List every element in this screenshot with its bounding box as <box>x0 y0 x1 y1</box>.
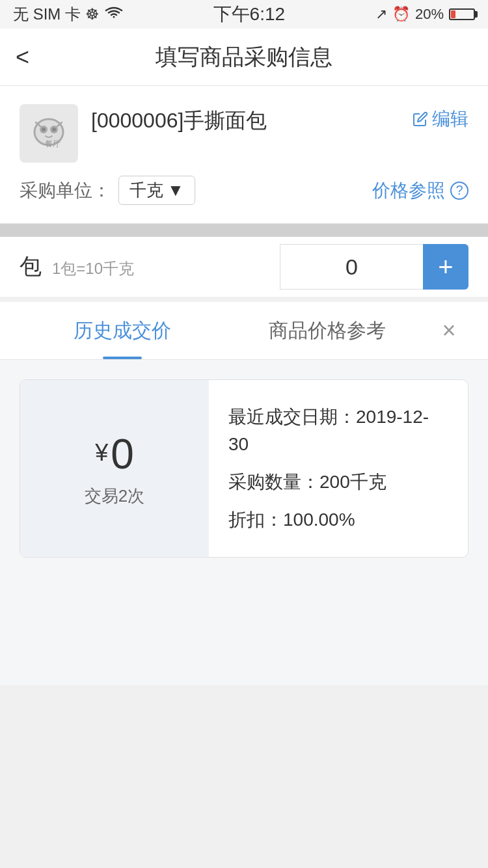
unit-selector[interactable]: 千克 ▼ <box>118 176 195 205</box>
product-name-wrap: [0000006]手撕面包 <box>91 104 267 135</box>
close-button[interactable]: × <box>429 311 468 350</box>
history-price-left: ¥ 0 交易2次 <box>20 380 209 557</box>
carrier-text: 无 SIM 卡 ☸ <box>13 4 100 25</box>
svg-text:餐厅: 餐厅 <box>45 139 61 148</box>
quantity-row: 包 1包=10千克 0 + <box>0 237 488 302</box>
history-date-row: 最近成交日期：2019-12-30 <box>228 403 448 458</box>
product-info: 餐厅 [0000006]手撕面包 <box>20 104 413 163</box>
help-icon: ? <box>450 182 468 200</box>
price-ref-button[interactable]: 价格参照 ? <box>372 178 468 203</box>
currency-symbol: ¥ <box>95 439 108 467</box>
nav-bar: < 填写商品采购信息 <box>0 29 488 86</box>
history-price-display: ¥ 0 <box>95 430 134 478</box>
svg-point-3 <box>42 128 46 131</box>
discount-value: 100.00% <box>283 509 355 530</box>
product-card: 餐厅 [0000006]手撕面包 编辑 采购单位： 千克 ▼ <box>0 86 488 224</box>
history-price-card: ¥ 0 交易2次 最近成交日期：2019-12-30 采购数量：200千克 折扣… <box>20 379 468 558</box>
status-right: ↗ ⏰ 20% <box>375 6 475 23</box>
quantity-hint: 1包=10千克 <box>52 258 134 279</box>
close-icon: × <box>442 317 455 344</box>
quantity-detail-value: 200千克 <box>319 472 386 492</box>
product-logo-icon: 餐厅 <box>29 113 68 154</box>
product-name-text: 手撕面包 <box>183 109 267 132</box>
product-name: [0000006]手撕面包 <box>91 109 267 132</box>
price-value: 0 <box>111 430 134 478</box>
unit-row: 采购单位： 千克 ▼ <box>20 176 195 205</box>
wifi-icon <box>105 5 123 23</box>
back-button[interactable]: < <box>16 44 29 71</box>
history-quantity-row: 采购数量：200千克 <box>228 468 448 496</box>
status-bar: 无 SIM 卡 ☸ 下午6:12 ↗ ⏰ 20% <box>0 0 488 29</box>
product-header: 餐厅 [0000006]手撕面包 编辑 <box>20 104 468 163</box>
svg-point-4 <box>52 128 56 131</box>
tab-price-reference[interactable]: 商品价格参考 <box>224 302 429 359</box>
status-carrier: 无 SIM 卡 ☸ <box>13 4 123 25</box>
battery-percent: 20% <box>415 6 444 23</box>
history-price-right: 最近成交日期：2019-12-30 采购数量：200千克 折扣：100.00% <box>209 380 468 557</box>
quantity-input[interactable]: 0 <box>280 244 423 290</box>
quantity-value: 0 <box>346 254 358 280</box>
date-label: 最近成交日期： <box>228 407 356 427</box>
section-divider <box>0 224 488 237</box>
tabs-bar: 历史成交价 商品价格参考 × <box>0 302 488 360</box>
page-title: 填写商品采购信息 <box>156 42 332 72</box>
content-area: ¥ 0 交易2次 最近成交日期：2019-12-30 采购数量：200千克 折扣… <box>0 360 488 685</box>
unit-label: 采购单位： <box>20 178 111 203</box>
edit-button[interactable]: 编辑 <box>413 104 468 131</box>
price-ref-label: 价格参照 <box>372 178 445 203</box>
tab-active-indicator <box>103 357 142 359</box>
quantity-plus-button[interactable]: + <box>423 244 468 290</box>
dropdown-arrow-icon: ▼ <box>167 180 184 200</box>
tab-price-reference-label: 商品价格参考 <box>269 318 386 344</box>
quantity-label-wrap: 包 1包=10千克 <box>20 252 134 282</box>
battery-icon <box>449 8 475 20</box>
product-thumbnail: 餐厅 <box>20 104 78 163</box>
history-discount-row: 折扣：100.00% <box>228 506 448 534</box>
quantity-input-wrap: 0 + <box>280 244 468 290</box>
product-footer: 采购单位： 千克 ▼ 价格参照 ? <box>20 176 468 205</box>
tab-history-price-label: 历史成交价 <box>74 318 171 344</box>
unit-value: 千克 <box>129 179 163 202</box>
quantity-unit: 包 <box>20 252 42 282</box>
edit-label: 编辑 <box>432 107 468 131</box>
history-trades-count: 交易2次 <box>85 485 144 508</box>
alarm-icon: ⏰ <box>392 6 410 23</box>
product-id: [0000006] <box>91 109 183 132</box>
tab-history-price[interactable]: 历史成交价 <box>20 302 224 359</box>
discount-label: 折扣： <box>228 509 283 530</box>
status-time: 下午6:12 <box>213 2 286 27</box>
quantity-label: 采购数量： <box>228 472 319 492</box>
location-icon: ↗ <box>375 6 387 23</box>
